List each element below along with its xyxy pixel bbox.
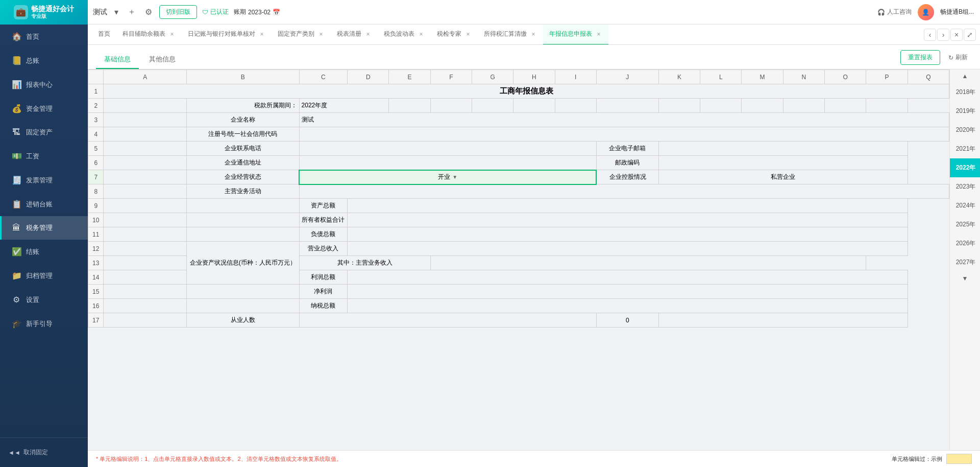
cell-17k[interactable]	[658, 313, 908, 328]
cell-2h[interactable]	[513, 99, 555, 113]
cell-15b[interactable]	[187, 285, 300, 299]
settings-icon[interactable]: ⚙	[143, 5, 154, 19]
sidebar-item-assets[interactable]: 🏗 固定资产	[0, 121, 88, 144]
cell-16c[interactable]: 纳税总额	[299, 299, 348, 313]
cell-7k[interactable]: 私营企业	[658, 170, 908, 184]
tab-close-expert[interactable]: ×	[464, 31, 472, 38]
cell-4c[interactable]	[299, 127, 949, 142]
title-cell[interactable]: 工商年报信息表	[104, 84, 949, 99]
cell-6b[interactable]: 企业通信地址	[187, 156, 300, 170]
cell-7a[interactable]	[104, 170, 187, 184]
cell-11d[interactable]	[348, 227, 908, 242]
cell-5j[interactable]: 企业电子邮箱	[596, 142, 658, 156]
tab-close-ledger-aux[interactable]: ×	[168, 31, 176, 38]
cell-17a[interactable]	[104, 313, 187, 328]
sidebar-item-archive[interactable]: 📁 归档管理	[0, 264, 88, 288]
refresh-button[interactable]: ↻ 刷新	[944, 51, 972, 64]
sidebar-item-invoices[interactable]: 🧾 发票管理	[0, 168, 88, 192]
cell-10b[interactable]	[187, 213, 300, 227]
cell-5b[interactable]: 企业联系电话	[187, 142, 300, 156]
sidebar-item-settings[interactable]: ⚙ 设置	[0, 288, 88, 312]
tab-next-button[interactable]: ›	[937, 29, 949, 41]
cell-10a[interactable]	[104, 213, 187, 227]
year-item-2027[interactable]: 2027年	[950, 253, 980, 272]
cell-5c[interactable]	[299, 142, 596, 156]
cell-2f[interactable]	[430, 99, 472, 113]
cell-3b[interactable]: 企业名称	[187, 113, 300, 127]
cell-2l[interactable]	[700, 99, 742, 113]
cell-2j[interactable]	[596, 99, 658, 113]
cell-2p[interactable]	[866, 99, 908, 113]
tab-close-annual[interactable]: ×	[595, 31, 602, 38]
cell-16d[interactable]	[348, 299, 908, 313]
cell-12a[interactable]	[104, 242, 187, 256]
sidebar-item-reports[interactable]: 📊 报表中心	[0, 73, 88, 97]
cell-13f[interactable]	[430, 256, 866, 270]
tab-home[interactable]: 首页	[92, 25, 116, 45]
calendar-icon[interactable]: 📅	[273, 9, 280, 16]
cell-3c[interactable]: 测试	[299, 113, 949, 127]
subtab-other[interactable]: 其他信息	[141, 51, 184, 69]
tab-tax-table[interactable]: 税表清册 ×	[331, 25, 378, 45]
year-item-2026[interactable]: 2026年	[950, 234, 980, 253]
sidebar-item-tax[interactable]: 🏛 税务管理	[0, 216, 88, 240]
cell-2k[interactable]	[658, 99, 700, 113]
cell-17j[interactable]: 0	[596, 313, 658, 328]
sidebar-item-wages[interactable]: 💵 工资	[0, 144, 88, 168]
user-avatar[interactable]: 👤	[918, 4, 934, 20]
cell-9b[interactable]	[187, 199, 300, 213]
sidebar-item-ledger[interactable]: 📒 总账	[0, 49, 88, 73]
cell-2e[interactable]	[389, 99, 430, 113]
cell-11c[interactable]: 负债总额	[299, 227, 348, 242]
tab-close-fixed[interactable]: ×	[317, 31, 325, 38]
cell-10d[interactable]	[348, 213, 908, 227]
sidebar-item-purchase[interactable]: 📋 进销台账	[0, 192, 88, 216]
cell-16b[interactable]	[187, 299, 300, 313]
cell-4b[interactable]: 注册号/统一社会信用代码	[187, 127, 300, 142]
tab-close-all-button[interactable]: ×	[950, 29, 963, 41]
year-item-2024[interactable]: 2024年	[950, 196, 980, 215]
cell-9c[interactable]: 资产总额	[299, 199, 348, 213]
cell-2m[interactable]	[742, 99, 783, 113]
cell-2b[interactable]: 税款所属期间：	[187, 99, 300, 113]
cell-6j[interactable]: 邮政编码	[596, 156, 658, 170]
cell-11a[interactable]	[104, 227, 187, 242]
cell-15c[interactable]: 净利润	[299, 285, 348, 299]
year-item-2022[interactable]: 2022年	[950, 158, 980, 177]
tab-income-tax[interactable]: 所得税汇算清缴 ×	[478, 25, 543, 45]
add-icon[interactable]: ＋	[126, 5, 138, 19]
cell-2i[interactable]	[555, 99, 596, 113]
cell-5k[interactable]	[658, 142, 908, 156]
switch-version-button[interactable]: 切到旧版	[159, 5, 197, 19]
cell-9d[interactable]	[348, 199, 908, 213]
cell-12c[interactable]: 营业总收入	[299, 242, 348, 256]
cell-11b[interactable]	[187, 227, 300, 242]
subtab-basic[interactable]: 基础信息	[96, 51, 139, 69]
year-item-2018[interactable]: 2018年	[950, 83, 980, 102]
cell-2g[interactable]	[472, 99, 513, 113]
cell-2c[interactable]: 2022年度	[299, 99, 389, 113]
cell-6c[interactable]	[299, 156, 596, 170]
cell-2n[interactable]	[783, 99, 824, 113]
cell-8b[interactable]: 主营业务活动	[187, 184, 300, 199]
cell-12b-merged[interactable]: 企业资产状况信息(币种：人民币万元）	[187, 242, 300, 285]
year-panel-down[interactable]: ▼	[950, 272, 980, 285]
unfix-button[interactable]: ◄◄ 取消固定	[0, 443, 88, 462]
tab-fixed-assets[interactable]: 固定资产类别 ×	[272, 25, 331, 45]
service-button[interactable]: 🎧 人工咨询	[877, 8, 912, 16]
cell-17b[interactable]: 从业人数	[187, 313, 300, 328]
cell-13c[interactable]: 其中：主营业务收入	[299, 256, 430, 270]
cell-7b[interactable]: 企业经营状态	[187, 170, 300, 184]
tab-tax-expert[interactable]: 税检专家 ×	[431, 25, 478, 45]
spreadsheet-container[interactable]: A B C D E F G H I J K L M	[88, 69, 949, 450]
sidebar-item-close[interactable]: ✅ 结账	[0, 240, 88, 264]
sidebar-item-finance[interactable]: 💰 资金管理	[0, 97, 88, 121]
tab-tax-fluctuation[interactable]: 税负波动表 ×	[378, 25, 431, 45]
tab-close-journal[interactable]: ×	[258, 31, 265, 38]
cell-14c[interactable]: 利润总额	[299, 270, 348, 285]
cell-8a[interactable]	[104, 184, 187, 199]
cell-15d[interactable]	[348, 285, 908, 299]
cell-6a[interactable]	[104, 156, 187, 170]
tab-prev-button[interactable]: ‹	[924, 29, 936, 41]
cell-8c[interactable]	[299, 184, 949, 199]
